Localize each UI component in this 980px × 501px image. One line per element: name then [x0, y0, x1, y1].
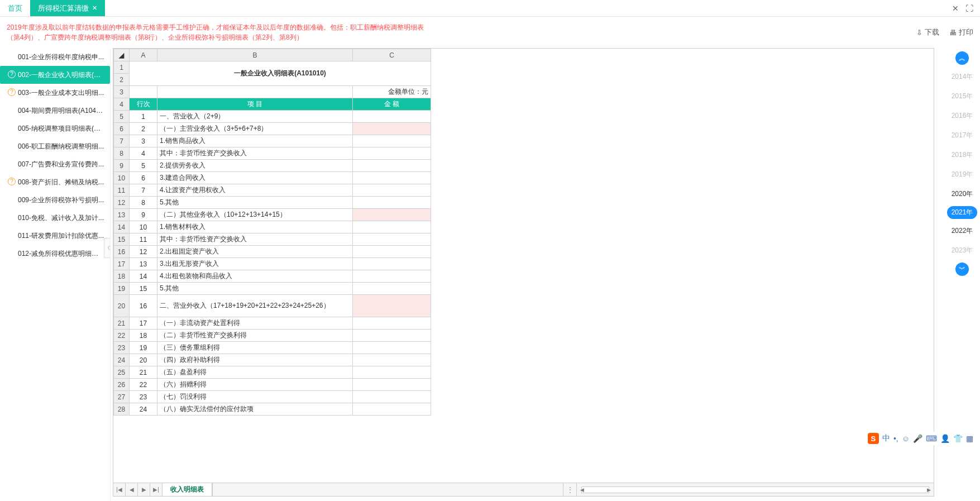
sidebar-collapse-button[interactable]: 《 — [104, 238, 111, 258]
cell-amount[interactable] — [353, 391, 431, 403]
download-button[interactable]: ⇩下载 — [916, 27, 939, 37]
col-header-b[interactable]: B — [157, 49, 353, 61]
sheet-nav-first[interactable]: |◀ — [113, 483, 126, 496]
sidebar-item-11[interactable]: 012-减免所得税优惠明细表(... — [0, 245, 110, 263]
close-icon[interactable]: ✕ — [92, 4, 97, 12]
cell-amount[interactable] — [353, 197, 431, 209]
cell-seq[interactable]: 12 — [130, 246, 157, 258]
ime-keyboard-icon[interactable]: ⌨ — [926, 434, 937, 443]
cell-amount[interactable] — [353, 209, 431, 221]
cell-amount[interactable] — [353, 354, 431, 366]
sidebar-item-1[interactable]: ?002-一般企业收入明细表(A1... — [0, 66, 110, 84]
year-2015[interactable]: 2015年 — [952, 89, 973, 104]
cell-seq[interactable]: 24 — [130, 403, 157, 416]
cell-seq[interactable]: 8 — [130, 197, 157, 209]
row-header[interactable]: 16 — [114, 246, 130, 258]
year-2019[interactable]: 2019年 — [952, 167, 973, 182]
year-2023[interactable]: 2023年 — [952, 243, 973, 258]
cell-item[interactable]: 1.销售材料收入 — [157, 221, 353, 233]
row-header[interactable]: 26 — [114, 379, 130, 391]
cell-item[interactable]: （七）罚没利得 — [157, 391, 353, 403]
cell-seq[interactable]: 10 — [130, 221, 157, 233]
cell-seq[interactable]: 15 — [130, 283, 157, 295]
cell-item[interactable]: 5.其他 — [157, 283, 353, 295]
year-2017[interactable]: 2017年 — [952, 128, 973, 143]
row-header[interactable]: 21 — [114, 317, 130, 330]
sheet-nav-last[interactable]: ▶| — [150, 483, 162, 496]
ime-lang[interactable]: 中 — [882, 433, 890, 443]
cell-item[interactable]: 4.出租包装物和商品收入 — [157, 270, 353, 283]
cell-amount[interactable] — [353, 172, 431, 184]
row-header[interactable]: 17 — [114, 258, 130, 270]
row-header[interactable]: 20 — [114, 295, 130, 317]
row-header[interactable]: 12 — [114, 197, 130, 209]
header-rownum[interactable]: 行次 — [130, 98, 157, 111]
cell-amount[interactable] — [353, 270, 431, 283]
cell-seq[interactable]: 18 — [130, 330, 157, 342]
cell-item[interactable]: （五）盘盈利得 — [157, 366, 353, 379]
cell-item[interactable]: 一、营业收入（2+9） — [157, 111, 353, 123]
fullscreen-icon[interactable]: ⛶ — [965, 4, 973, 13]
row-header[interactable]: 23 — [114, 342, 130, 354]
ime-emoji-icon[interactable]: ☺ — [902, 434, 910, 443]
sheet-corner[interactable]: ◢ — [114, 49, 130, 61]
cell-seq[interactable]: 21 — [130, 366, 157, 379]
cell-item[interactable]: 二、营业外收入（17+18+19+20+21+22+23+24+25+26） — [157, 295, 353, 317]
sidebar-item-7[interactable]: ?008-资产折旧、摊销及纳税... — [0, 173, 110, 191]
cell-item[interactable]: （八）确实无法偿付的应付款项 — [157, 403, 353, 416]
cell-item[interactable]: 3.出租无形资产收入 — [157, 258, 353, 270]
row-header[interactable]: 14 — [114, 221, 130, 233]
horizontal-scrollbar[interactable]: ◀ ▶ — [576, 483, 934, 496]
cell-seq[interactable]: 6 — [130, 172, 157, 184]
print-button[interactable]: 🖶打印 — [949, 27, 973, 37]
cell-amount[interactable] — [353, 379, 431, 391]
cell-seq[interactable]: 22 — [130, 379, 157, 391]
cell-item[interactable]: 其中：非货币性资产交换收入 — [157, 233, 353, 246]
cell-item[interactable]: 5.其他 — [157, 197, 353, 209]
sheet-nav-next[interactable]: ▶ — [138, 483, 150, 496]
col-header-c[interactable]: C — [353, 49, 431, 61]
sogou-icon[interactable]: S — [868, 433, 879, 444]
year-2020[interactable]: 2020年 — [952, 187, 973, 202]
cell-amount[interactable] — [353, 111, 431, 123]
row-header[interactable]: 2 — [114, 74, 130, 86]
sheet-title[interactable]: 一般企业收入明细表(A101010) — [130, 61, 431, 86]
cell-seq[interactable]: 4 — [130, 147, 157, 160]
sidebar-item-10[interactable]: 011-研发费用加计扣除优惠... — [0, 227, 110, 245]
cell-amount[interactable] — [353, 184, 431, 197]
cell-amount[interactable] — [353, 246, 431, 258]
row-header[interactable]: 22 — [114, 330, 130, 342]
cell-item[interactable]: （二）非货币性资产交换利得 — [157, 330, 353, 342]
row-header[interactable]: 13 — [114, 209, 130, 221]
sidebar-item-6[interactable]: 007-广告费和业务宣传费跨... — [0, 155, 110, 173]
cell-seq[interactable]: 23 — [130, 391, 157, 403]
row-header[interactable]: 18 — [114, 270, 130, 283]
hscroll-right-icon[interactable]: ▶ — [924, 483, 934, 496]
ime-toolbox-icon[interactable]: ▦ — [966, 434, 973, 443]
row-header[interactable]: 1 — [114, 61, 130, 74]
spreadsheet-scroll[interactable]: ◢ A B C 1 一般企业收入明细表(A101010) 2 3 金额单位：元 — [113, 49, 934, 483]
cell-seq[interactable]: 1 — [130, 111, 157, 123]
ime-voice-icon[interactable]: 🎤 — [913, 434, 922, 443]
cell-seq[interactable]: 5 — [130, 160, 157, 172]
row-header[interactable]: 5 — [114, 111, 130, 123]
cell-seq[interactable]: 16 — [130, 295, 157, 317]
cell-seq[interactable]: 19 — [130, 342, 157, 354]
cell-amount[interactable] — [353, 221, 431, 233]
cell-amount[interactable] — [353, 330, 431, 342]
cell-item[interactable]: 2.出租固定资产收入 — [157, 246, 353, 258]
cell-seq[interactable]: 3 — [130, 135, 157, 147]
year-2021[interactable]: 2021年 — [947, 206, 978, 219]
tab-income-tax[interactable]: 所得税汇算清缴 ✕ — [30, 0, 105, 16]
sheet-footer-menu-icon[interactable]: ⋮ — [563, 483, 576, 496]
cell-item[interactable]: （一）非流动资产处置利得 — [157, 317, 353, 330]
cell-amount[interactable] — [353, 403, 431, 416]
cell-seq[interactable]: 11 — [130, 233, 157, 246]
cell-item[interactable]: （一）主营业务收入（3+5+6+7+8） — [157, 123, 353, 135]
cell-amount[interactable] — [353, 258, 431, 270]
ime-person-icon[interactable]: 👤 — [940, 434, 950, 443]
cell-item[interactable]: 2.提供劳务收入 — [157, 160, 353, 172]
year-2014[interactable]: 2014年 — [952, 69, 973, 84]
ime-skin-icon[interactable]: 👕 — [953, 434, 963, 443]
row-header[interactable]: 25 — [114, 366, 130, 379]
